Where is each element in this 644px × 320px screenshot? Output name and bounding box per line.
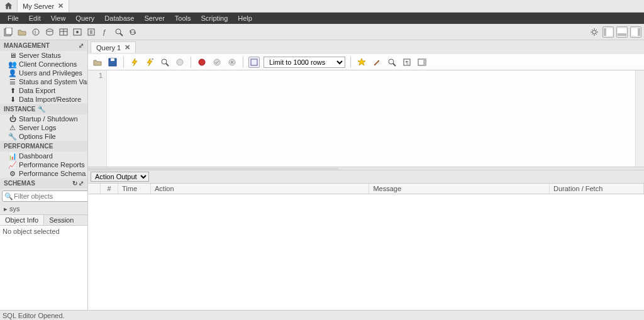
sidebar-item-startup-shutdown[interactable]: ⏻Startup / Shutdown: [0, 114, 87, 123]
dashboard-icon: 📊: [9, 152, 16, 160]
snippets-button[interactable]: [416, 57, 428, 68]
output-col-duration: Duration / Fetch: [550, 184, 644, 194]
star-icon: [357, 58, 366, 67]
output-selector-row: Action Output: [88, 170, 644, 184]
schema-filter-input[interactable]: [2, 190, 88, 202]
vertical-scrollbar[interactable]: [635, 70, 644, 167]
menu-server[interactable]: Server: [139, 14, 169, 22]
new-sql-tab-button[interactable]: [3, 26, 14, 38]
home-button[interactable]: [0, 0, 18, 12]
svg-line-32: [393, 63, 396, 66]
svg-rect-16: [604, 28, 606, 36]
menu-file[interactable]: File: [3, 14, 24, 22]
instance-section: INSTANCE 🔧 ⏻Startup / Shutdown ⚠Server L…: [0, 104, 87, 141]
sidebar-item-server-logs[interactable]: ⚠Server Logs: [0, 123, 87, 132]
performance-header-label: PERFORMANCE: [4, 143, 53, 150]
brush-icon: [372, 58, 381, 67]
menu-database[interactable]: Database: [99, 14, 139, 22]
expand-icon[interactable]: ⤢: [79, 180, 84, 187]
close-icon[interactable]: ✕: [125, 43, 130, 52]
refresh-icon[interactable]: ↻: [72, 180, 77, 187]
toggle-right-panel-button[interactable]: [630, 26, 641, 38]
toggle-left-panel-button[interactable]: [602, 26, 614, 38]
beautify-button[interactable]: [356, 57, 367, 68]
tab-session[interactable]: Session: [44, 215, 79, 225]
svg-point-9: [76, 31, 79, 33]
open-sql-button[interactable]: [16, 26, 28, 38]
explain-button[interactable]: [159, 57, 170, 68]
connection-tab[interactable]: My Server ✕: [18, 0, 69, 12]
save-file-button[interactable]: [107, 57, 118, 68]
status-text: SQL Editor Opened.: [3, 312, 65, 319]
create-schema-button[interactable]: [44, 26, 55, 38]
create-table-button[interactable]: [58, 26, 69, 38]
editor-textarea[interactable]: [107, 70, 635, 167]
stop-button[interactable]: [174, 57, 186, 68]
tab-object-info[interactable]: Object Info: [0, 215, 44, 225]
query-toolbar: Limit to 1000 rows ¶: [88, 54, 644, 70]
sidebar-item-server-status[interactable]: 🖥Server Status: [0, 51, 87, 60]
stop-icon: [175, 58, 184, 67]
menu-help[interactable]: Help: [233, 14, 257, 22]
create-procedure-button[interactable]: [86, 26, 97, 38]
schemas-section: SCHEMAS ↻ ⤢ 🔍 ▸ sys: [0, 178, 87, 214]
execute-current-button[interactable]: [144, 57, 155, 68]
separator: [191, 57, 191, 68]
sidebar-item-label: Performance Schema Setup: [19, 170, 88, 177]
instance-settings-icon[interactable]: 🔧: [38, 106, 45, 113]
toggle-bottom-panel-button[interactable]: [616, 26, 628, 38]
commit-button[interactable]: [211, 57, 223, 68]
sidebar-item-status-variables[interactable]: ☰Status and System Variables: [0, 77, 87, 86]
query-tab[interactable]: Query 1 ✕: [91, 41, 136, 53]
sidebar-item-label: Performance Reports: [19, 161, 85, 168]
query-tab-label: Query 1: [96, 44, 121, 52]
sidebar-item-client-connections[interactable]: 👥Client Connections: [0, 60, 87, 69]
sidebar-item-perf-reports[interactable]: 📈Performance Reports: [0, 160, 87, 169]
create-function-button[interactable]: ƒ: [99, 26, 111, 38]
open-file-button[interactable]: [92, 57, 103, 68]
svg-rect-18: [618, 33, 626, 36]
instance-header: INSTANCE 🔧: [0, 104, 87, 114]
sidebar-item-data-import[interactable]: ⬇Data Import/Restore: [0, 95, 87, 104]
svg-rect-30: [251, 59, 257, 65]
svg-point-24: [162, 59, 167, 64]
open-inspector-button[interactable]: i: [30, 26, 42, 38]
toggle-invisible-button[interactable]: [386, 57, 397, 68]
limit-rows-select[interactable]: Limit to 1000 rows: [264, 57, 345, 68]
sidebar-item-label: Server Status: [19, 52, 61, 59]
create-view-button[interactable]: [72, 26, 83, 38]
output-type-select[interactable]: Action Output: [91, 172, 149, 182]
schema-tree[interactable]: ▸ sys: [0, 204, 87, 214]
variables-icon: ☰: [9, 78, 16, 86]
body: MANAGEMENT ⤢ 🖥Server Status 👥Client Conn…: [0, 40, 644, 310]
limit-toggle-button[interactable]: [248, 57, 260, 68]
sidebar-item-data-export[interactable]: ⬆Data Export: [0, 86, 87, 95]
menu-tools[interactable]: Tools: [170, 14, 196, 22]
svg-rect-20: [638, 28, 640, 36]
sidebar-item-dashboard[interactable]: 📊Dashboard: [0, 152, 87, 160]
close-icon[interactable]: ✕: [58, 2, 64, 10]
execute-button[interactable]: [129, 57, 140, 68]
sidebar-item-options-file[interactable]: 🔧Options File: [0, 132, 87, 141]
menu-scripting[interactable]: Scripting: [196, 14, 233, 22]
settings-button[interactable]: [589, 26, 600, 38]
find-panel-button[interactable]: [371, 57, 382, 68]
wrap-button[interactable]: ¶: [401, 57, 413, 68]
rollback-button[interactable]: [226, 57, 238, 68]
toggle-autocommit-button[interactable]: [196, 57, 208, 68]
sidebar-item-perf-schema[interactable]: ⚙Performance Schema Setup: [0, 169, 87, 178]
svg-rect-22: [111, 58, 114, 61]
menu-view[interactable]: View: [46, 14, 71, 22]
svg-point-2: [33, 29, 39, 35]
sidebar-item-label: Dashboard: [19, 152, 53, 160]
reconnect-button[interactable]: [127, 26, 138, 38]
collapse-icon[interactable]: ⤢: [79, 42, 84, 49]
output-header: # Time Action Message Duration / Fetch: [88, 184, 644, 194]
menu-edit[interactable]: Edit: [24, 14, 46, 22]
management-header: MANAGEMENT ⤢: [0, 40, 87, 51]
search-table-button[interactable]: [113, 26, 125, 38]
connection-tab-label: My Server: [23, 3, 54, 10]
sidebar-item-users-privileges[interactable]: 👤Users and Privileges: [0, 69, 87, 77]
status-bar: SQL Editor Opened.: [0, 310, 644, 320]
menu-query[interactable]: Query: [70, 14, 99, 22]
